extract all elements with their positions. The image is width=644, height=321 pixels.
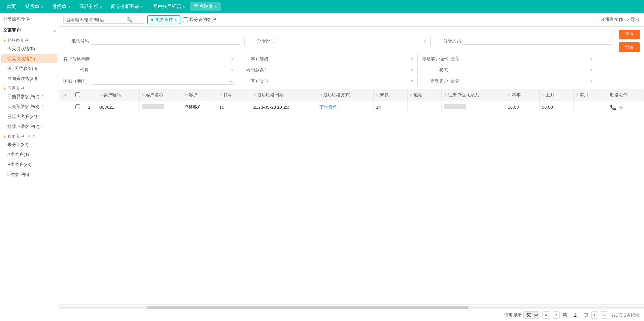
help-icon-declining: ? (41, 125, 43, 129)
sidebar-section-value: ▼ 价值客户 ↻ ✎ (0, 132, 59, 140)
col-checkbox[interactable] (70, 89, 85, 101)
col-company-contact[interactable]: ≡ 往来单位联系人 (442, 89, 505, 101)
nav-customer-contact[interactable]: 客户联络 × (190, 2, 220, 11)
col-this-month[interactable]: ≡ 本月... (574, 89, 608, 101)
col-last-month-sort: ≡ (542, 92, 545, 97)
filter-nature-select[interactable]: ∨ (91, 67, 234, 73)
filter-dept: 分管部门 ∨ (249, 38, 426, 44)
col-contact[interactable]: ≡ 联络... (217, 89, 251, 101)
filter-retail-select[interactable]: 全部 ∨ (450, 77, 592, 85)
filter-price-level-select[interactable]: ∨ (92, 56, 234, 62)
help-icon-abnormal: ? (41, 95, 43, 99)
sidebar-item-b-class[interactable]: B类客户(33) (1, 160, 57, 169)
last-page-button[interactable]: » (601, 311, 609, 319)
nav-analysis-close[interactable]: × (100, 4, 102, 9)
filter-region-select[interactable]: ··· (92, 78, 234, 85)
more-filter-button[interactable]: ▼ 更多条件 ∧ (147, 15, 180, 24)
sidebar-item-abnormal[interactable]: 回购异常客户(2) ? (1, 92, 57, 101)
nav-sales[interactable]: 销货单 × (21, 2, 47, 11)
nav-analysis-list[interactable]: 商品分析列表 × (107, 2, 147, 11)
page-size-select[interactable]: 50 (523, 311, 539, 319)
refresh-icon-value[interactable]: ↻ (27, 134, 30, 139)
sidebar-all-customers[interactable]: 全部客户 « (0, 25, 59, 36)
batch-op-label: 批量操作 (605, 17, 623, 23)
first-page-button[interactable]: « (542, 311, 550, 319)
filter-phone-input[interactable] (91, 38, 240, 45)
sidebar-item-tomorrow[interactable]: 明天待联络(1) (1, 54, 57, 63)
sidebar-item-ungrouped[interactable]: 未分组(32) (1, 140, 57, 149)
export-button[interactable]: ↗ 导出 (626, 17, 640, 23)
edit-icon-value[interactable]: ✎ (32, 134, 36, 139)
toolbar-search-input[interactable] (66, 17, 125, 23)
sidebar-item-churn[interactable]: 已流失客户(24) ? (1, 112, 57, 121)
table-header-row: ⚙ ≡ 客户编码 ≡ 客户名称 ≡ 客户... (59, 89, 644, 101)
row-type-cell: B类客户 (183, 101, 217, 113)
filter-cust-level-select[interactable]: ∨ (271, 56, 413, 62)
filter-dept-select[interactable]: ∨ (277, 38, 426, 44)
filter-phone: 电话号码 (63, 38, 240, 45)
filter-person-select[interactable]: ··· (463, 38, 612, 45)
toolbar-search-box: 🔍 (63, 16, 144, 24)
filter-retail-attr-select[interactable]: 全部 ∨ (451, 55, 592, 63)
row-phone-icon[interactable]: 📞 (610, 104, 616, 110)
col-type[interactable]: ≡ 客户... (183, 89, 217, 101)
filter-retail-value: 全部 (450, 78, 590, 84)
nav-customer-tier-close[interactable]: × (183, 4, 185, 9)
filter-cust-level: 客户等级 ∨ (243, 56, 413, 62)
my-customers-checkbox[interactable] (183, 17, 188, 22)
page-input[interactable] (570, 312, 581, 318)
sidebar-item-c-class[interactable]: C类客户(6) (1, 170, 57, 179)
filter-dept-label: 分管部门 (249, 38, 275, 44)
filter-region-dots[interactable]: ··· (230, 79, 234, 84)
sidebar-item-declining[interactable]: 持续下滑客户(2) ? (1, 122, 57, 131)
filter-person-dots[interactable]: ··· (608, 38, 612, 44)
col-last-month[interactable]: ≡ 上月... (539, 89, 573, 101)
select-all-checkbox[interactable] (75, 92, 80, 97)
filter-cust-type: 客户类型 ∨ (243, 78, 413, 84)
col-no-contact[interactable]: ≡ 未联... (374, 89, 407, 101)
row-grid-icon[interactable]: ⊞ (619, 104, 623, 110)
row-last-method-link[interactable]: 下销货单 (319, 104, 337, 110)
filter-phone-label: 电话号码 (63, 38, 89, 44)
col-last-date[interactable]: ≡ 最后联络日期 (251, 89, 317, 101)
filter-payment-select[interactable]: ∨ (271, 67, 413, 73)
filter-status-select[interactable]: ∨ (450, 67, 592, 73)
col-name[interactable]: ≡ 客户名称 (140, 89, 183, 101)
nav-sales-close[interactable]: × (41, 4, 43, 9)
col-overdue[interactable]: ≡ 逾期... (407, 89, 441, 101)
horizontal-scrollbar[interactable] (59, 304, 644, 309)
row-checkbox[interactable] (75, 104, 80, 109)
row-last-month-cell: 50.00 (539, 101, 573, 113)
triangle-icon-2: ▼ (3, 87, 6, 90)
sidebar-search-input[interactable] (3, 17, 58, 22)
col-last-method[interactable]: ≡ 最后联络方式 (317, 89, 374, 101)
filter-cust-level-label: 客户等级 (243, 56, 269, 62)
batch-operation-button[interactable]: ☑ 批量操作 (600, 17, 623, 23)
sidebar-item-overdue[interactable]: 逾期未联络(30) (1, 74, 57, 83)
nav-purchase[interactable]: 进货单 × (48, 2, 74, 11)
nav-purchase-close[interactable]: × (68, 4, 70, 9)
next-page-button[interactable]: › (591, 311, 598, 319)
nav-customer-contact-close[interactable]: × (214, 4, 217, 9)
nav-home[interactable]: 首页 (3, 2, 20, 11)
sidebar-collapse-icon: « (53, 28, 56, 33)
setting-button[interactable]: 设置 (619, 42, 640, 52)
sidebar-item-lost[interactable]: 流失预警客户(3) ? (1, 102, 57, 111)
prev-page-button[interactable]: ‹ (553, 311, 560, 319)
my-customers-checkbox-label[interactable]: 我分管的客户 (183, 17, 216, 23)
filter-cust-type-select[interactable]: ∨ (271, 78, 413, 84)
col-code[interactable]: ≡ 客户编码 (97, 89, 140, 101)
toolbar-search-button[interactable]: 🔍 (126, 17, 132, 23)
scrollbar-thumb[interactable] (147, 306, 468, 309)
nav-analysis-list-close[interactable]: × (141, 4, 143, 9)
row-checkbox-cell[interactable] (70, 101, 85, 113)
nav-customer-tier[interactable]: 客户分层经营 × (149, 2, 189, 11)
col-last-date-sort: ≡ (253, 92, 256, 97)
col-gear[interactable]: ⚙ (59, 89, 70, 101)
nav-analysis[interactable]: 商品分析 × (76, 2, 106, 11)
sidebar-item-today[interactable]: 今天待联络(0) (1, 44, 57, 54)
col-this-year[interactable]: ≡ 本年... (505, 89, 539, 101)
query-button[interactable]: 查询 (619, 30, 640, 39)
sidebar-item-week[interactable]: 近7天待联络(0) (1, 64, 57, 73)
sidebar-item-a-class[interactable]: A类客户(1) (1, 150, 57, 159)
